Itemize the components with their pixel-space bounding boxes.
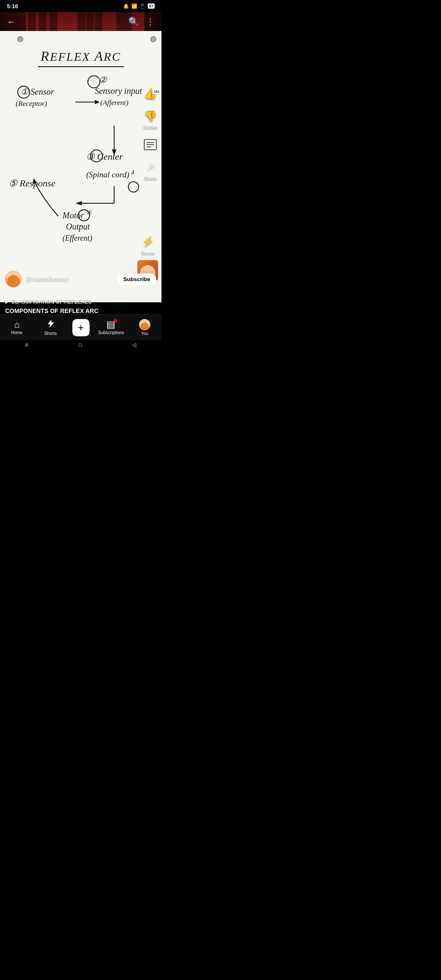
subscriptions-label: Subscriptions [98, 330, 124, 335]
home-label: Home [11, 330, 23, 335]
android-menu-btn[interactable]: ≡ [25, 342, 28, 348]
top-bar: ← 🔍 ⋮ [0, 12, 161, 31]
title-underline [38, 66, 124, 67]
svg-point-11 [128, 182, 139, 192]
channel-bar: @nabeelbeeran Subscribe [0, 271, 161, 287]
android-home-btn[interactable]: □ [79, 342, 82, 348]
label-sensor: ① Sensor (Receptor) [12, 86, 54, 109]
subscriptions-icon-wrapper: ▤ [106, 320, 115, 329]
label-response: ⑤ Response [9, 177, 56, 190]
signal-icon: 📱 [140, 3, 146, 9]
nav-shorts[interactable]: Shorts [34, 319, 67, 336]
share-icon: ↗ [143, 159, 158, 175]
you-label: You [141, 331, 149, 336]
wifi-icon: 📶 [131, 3, 137, 9]
android-nav-bar: ≡ □ ◁ [0, 340, 161, 350]
comment-icon [143, 137, 158, 152]
top-bar-actions: 🔍 ⋮ [128, 17, 155, 26]
nav-add[interactable]: + [67, 319, 94, 336]
shorts-icon [46, 319, 55, 330]
label-motor-output: Motor ④ Output (Efferent) [62, 209, 92, 243]
status-bar: 5:16 🔔 📶 📱 57 [0, 0, 161, 12]
dislike-button[interactable]: 👎 Dislike [143, 109, 158, 130]
share-button[interactable]: ↗ Share [143, 159, 158, 181]
side-actions: 👍 182 👎 Dislike ↗ Share [143, 86, 158, 181]
screw-left [17, 36, 23, 42]
label-sensory-input: ② Sensory input (Afferent) [95, 74, 142, 108]
svg-marker-6 [75, 201, 82, 205]
like-icon: 👍 [143, 86, 158, 102]
video-title-area: CLASSIFICATION OF REFLEXES COMPONENTS OF… [0, 299, 136, 314]
more-options-button[interactable]: ⋮ [146, 17, 155, 26]
home-icon: ⌂ [14, 320, 19, 329]
status-icons: 🔔 📶 📱 57 [123, 3, 155, 9]
nav-you[interactable]: You [128, 319, 161, 336]
label-center: ③ Center [86, 151, 123, 163]
dislike-icon: 👎 [143, 109, 158, 124]
like-count: 182 [152, 89, 161, 94]
remix-icon: ⚡ [140, 234, 155, 250]
whiteboard-title: REFLEX ARC [40, 48, 121, 64]
add-icon: + [78, 322, 84, 334]
like-button[interactable]: 👍 182 [143, 86, 158, 102]
play-triangle-icon [5, 300, 9, 304]
main-video-title: COMPONENTS OF REFLEX ARC [5, 307, 130, 314]
shorts-label: Shorts [44, 331, 57, 336]
search-button[interactable]: 🔍 [128, 17, 139, 26]
label-spinal-cord: (Spinal cord) 4 [86, 169, 134, 180]
add-button[interactable]: + [72, 319, 90, 336]
nav-subscriptions[interactable]: ▤ Subscriptions [94, 320, 128, 335]
channel-avatar [5, 271, 22, 287]
back-button[interactable]: ← [7, 17, 16, 26]
nav-home[interactable]: ⌂ Home [0, 320, 34, 335]
remix-label: Remix [141, 251, 154, 256]
next-video-title: CLASSIFICATION OF REFLEXES [5, 299, 130, 305]
dislike-label: Dislike [143, 125, 157, 130]
battery-icon: 57 [148, 3, 155, 9]
screw-right [150, 36, 156, 42]
share-label: Share [144, 176, 156, 181]
android-back-btn[interactable]: ◁ [132, 342, 136, 348]
status-time: 5:16 [7, 3, 18, 9]
subscribe-button[interactable]: Subscribe [117, 273, 156, 285]
you-avatar [139, 319, 150, 330]
channel-name: @nabeelbeeran [26, 276, 113, 282]
bottom-nav: ⌂ Home Shorts + ▤ Subscriptions You [0, 314, 161, 340]
notification-icon: 🔔 [123, 3, 129, 9]
remix-button[interactable]: ⚡ Remix [140, 234, 155, 256]
comment-button[interactable] [143, 137, 158, 152]
subscription-dot [114, 319, 117, 323]
